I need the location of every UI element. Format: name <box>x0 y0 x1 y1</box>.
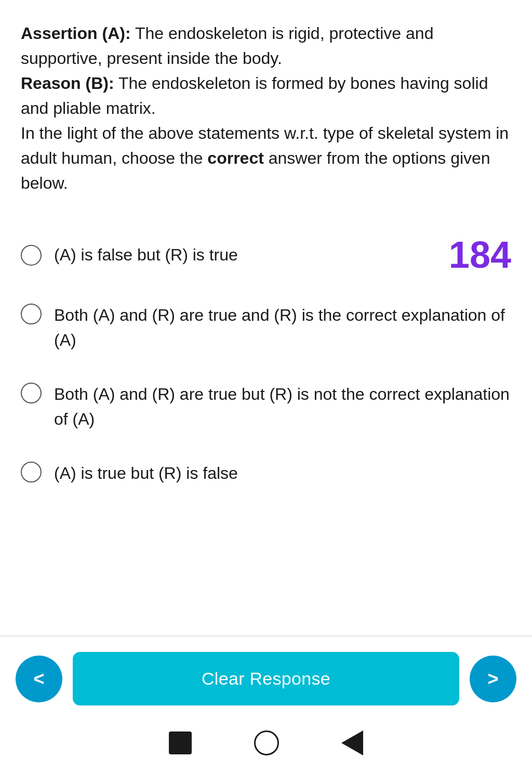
prev-arrow-icon: < <box>33 668 44 690</box>
option-4[interactable]: (A) is true but (R) is false <box>21 446 511 500</box>
question-text: Assertion (A): The endoskeleton is rigid… <box>21 21 511 195</box>
option-1-row: (A) is false but (R) is true 184 <box>21 236 511 273</box>
prev-button[interactable]: < <box>16 656 62 702</box>
clear-response-button[interactable]: Clear Response <box>73 652 459 705</box>
home-square-icon[interactable] <box>169 731 192 754</box>
bottom-nav: < Clear Response > <box>0 636 532 721</box>
radio-option-4[interactable] <box>21 462 42 482</box>
reason-label: Reason (B): <box>21 74 114 93</box>
back-circle-icon[interactable] <box>254 730 279 755</box>
option-2[interactable]: Both (A) and (R) are true and (R) is the… <box>21 288 511 367</box>
option-3-label: Both (A) and (R) are true but (R) is not… <box>54 382 511 432</box>
option-3[interactable]: Both (A) and (R) are true but (R) is not… <box>21 367 511 446</box>
correct-word: correct <box>207 149 264 167</box>
question-number-badge: 184 <box>449 236 511 273</box>
recents-triangle-icon[interactable] <box>341 730 363 755</box>
radio-option-3[interactable] <box>21 383 42 403</box>
option-2-label: Both (A) and (R) are true and (R) is the… <box>54 303 511 352</box>
option-1-label: (A) is false but (R) is true <box>54 242 433 267</box>
next-arrow-icon: > <box>487 668 498 690</box>
context-line: In the light of the above statements w.r… <box>21 121 511 195</box>
option-1[interactable]: (A) is false but (R) is true 184 <box>21 221 511 288</box>
option-4-label: (A) is true but (R) is false <box>54 461 511 486</box>
assertion-line: Assertion (A): The endoskeleton is rigid… <box>21 21 511 71</box>
options-list: (A) is false but (R) is true 184 Both (A… <box>21 221 511 500</box>
question-container: Assertion (A): The endoskeleton is rigid… <box>0 0 532 636</box>
reason-line: Reason (B): The endoskeleton is formed b… <box>21 71 511 121</box>
assertion-label: Assertion (A): <box>21 24 131 43</box>
radio-option-1[interactable] <box>21 245 42 266</box>
next-button[interactable]: > <box>470 656 516 702</box>
radio-option-2[interactable] <box>21 304 42 324</box>
system-bar <box>0 721 532 771</box>
